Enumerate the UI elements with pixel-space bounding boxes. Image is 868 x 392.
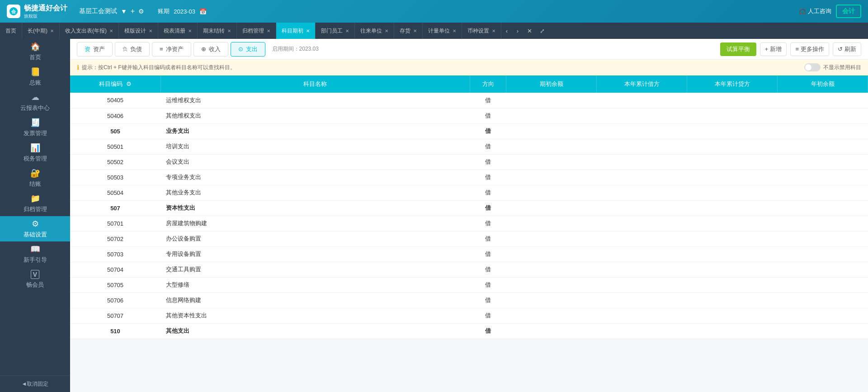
service-button[interactable]: 🎧 人工咨询: [799, 7, 831, 15]
top-header: 会 畅捷通好会计 旗舰版 基层工会测试 ▼ + ⚙ 账期 2023-03 📅 🎧…: [0, 0, 868, 23]
refresh-button[interactable]: ↺ 刷新: [833, 43, 861, 56]
calendar-icon[interactable]: 📅: [199, 8, 207, 15]
refresh-icon: ↺: [838, 46, 843, 52]
cell-year-balance: [778, 293, 868, 308]
tab-unit[interactable]: 计量单位 ✕: [423, 23, 462, 39]
sidebar-item-archive[interactable]: 📁 归档管理: [0, 191, 70, 216]
sidebar-item-guide[interactable]: 📖 新手引导: [0, 241, 70, 267]
sidebar-item-settings[interactable]: ⚙ 基础设置: [0, 216, 70, 241]
tab-dept-close[interactable]: ✕: [345, 28, 349, 33]
table-header-row: 科目编码 ⚙ 科目名称 方向 期初余额 本年累计借方 本年累计贷方 年初余额: [70, 76, 868, 93]
sidebar-label-reports: 云报表中心: [20, 104, 50, 112]
tab-counterpart[interactable]: 往来单位 ✕: [355, 23, 394, 39]
cell-code: 50501: [70, 139, 160, 154]
sub-tab-assets[interactable]: 资 资产: [77, 42, 113, 57]
sidebar: 🏠 首页 📒 总账 ☁ 云报表中心 🧾 发票管理 📊 税务管理 🔐 结账 📁 归…: [0, 39, 70, 392]
tab-subject-init-close[interactable]: ✕: [306, 28, 310, 33]
sidebar-label-invoice: 发票管理: [24, 129, 47, 137]
sidebar-item-home[interactable]: 🏠 首页: [0, 39, 70, 64]
sidebar-item-tax[interactable]: 📊 税务管理: [0, 140, 70, 165]
tab-subject-init[interactable]: 科目期初 ✕: [276, 23, 316, 39]
more-button[interactable]: ≡ 更多操作: [790, 43, 829, 56]
table-row: 50504 其他业务支出 借: [70, 185, 868, 200]
cell-year-balance: [778, 123, 868, 139]
cell-period-balance: [506, 170, 597, 185]
tab-dept-label: 部门员工: [321, 27, 343, 35]
cell-name: 会议支出: [160, 154, 470, 170]
tab-currency-close[interactable]: ✕: [492, 28, 495, 33]
tab-tax[interactable]: 税表清册 ✕: [158, 23, 198, 39]
sidebar-label-member: 畅会员: [26, 281, 44, 289]
sub-tab-income[interactable]: ⊕ 收入: [193, 42, 228, 57]
tab-dept[interactable]: 部门员工 ✕: [316, 23, 355, 39]
sidebar-item-close[interactable]: 🔐 结账: [0, 165, 70, 191]
cell-year-debit: [597, 246, 687, 262]
tab-archive[interactable]: 归档管理 ✕: [237, 23, 276, 39]
sidebar-item-invoice[interactable]: 🧾 发票管理: [0, 115, 70, 140]
company-name: 基层工会测试: [79, 7, 117, 15]
tab-bar-close-btn[interactable]: ✕: [523, 23, 536, 39]
account-button[interactable]: 会计: [836, 5, 861, 18]
cell-code: 507: [70, 200, 160, 216]
cell-year-balance: [778, 231, 868, 246]
tab-archive-close[interactable]: ✕: [267, 28, 270, 33]
add-company-icon[interactable]: +: [131, 7, 135, 15]
cell-year-debit: [597, 231, 687, 246]
tab-template-close[interactable]: ✕: [149, 28, 152, 33]
cell-direction: 借: [470, 277, 506, 293]
tab-unit-close[interactable]: ✕: [453, 28, 456, 33]
cell-name: 信息网络购建: [160, 293, 470, 308]
tab-period-end-close[interactable]: ✕: [227, 28, 231, 33]
cell-year-credit: [687, 123, 778, 139]
cell-name: 业务支出: [160, 123, 470, 139]
balance-button[interactable]: 试算平衡: [720, 43, 756, 56]
tab-template[interactable]: 模版设计 ✕: [119, 23, 158, 39]
sub-tab-liabilities[interactable]: 负 负债: [115, 42, 150, 57]
cell-direction: 借: [470, 262, 506, 277]
cell-year-debit: [597, 170, 687, 185]
invoice-icon: 🧾: [30, 118, 40, 128]
toggle-switch[interactable]: [804, 63, 821, 71]
tab-trial-close[interactable]: ✕: [50, 28, 54, 33]
tab-next-btn[interactable]: ›: [512, 23, 523, 39]
sidebar-item-member[interactable]: V 畅会员: [0, 267, 70, 292]
cell-year-credit: [687, 93, 778, 108]
table-row: 505 业务支出 借: [70, 123, 868, 139]
tab-home[interactable]: 首页: [0, 23, 22, 39]
col-settings-icon[interactable]: ⚙: [126, 80, 132, 87]
tab-expand-btn[interactable]: ⤢: [536, 23, 548, 39]
cell-year-debit: [597, 154, 687, 170]
tab-stock[interactable]: 存货 ✕: [394, 23, 423, 39]
home-icon: 🏠: [30, 42, 40, 52]
tab-currency[interactable]: 币种设置 ✕: [462, 23, 501, 39]
period-label: 账期: [158, 7, 170, 15]
tab-trial[interactable]: 长(中期) ✕: [22, 23, 60, 39]
cell-name: 办公设备购置: [160, 231, 470, 246]
cell-direction: 借: [470, 154, 506, 170]
collapse-button[interactable]: ◄取消固定: [0, 376, 70, 392]
tab-period-end[interactable]: 期末结转 ✕: [198, 23, 237, 39]
sub-tab-bar: 资 资产 负 负债 ≡ 净资产 ⊕ 收入 ⊙ 支出 启用期间：2023.03 试…: [70, 39, 868, 60]
settings-icon[interactable]: ⚙: [138, 8, 144, 15]
cell-year-credit: [687, 293, 778, 308]
sidebar-label-tax: 税务管理: [24, 155, 47, 163]
cell-direction: 借: [470, 231, 506, 246]
tab-tax-close[interactable]: ✕: [188, 28, 192, 33]
dropdown-icon[interactable]: ▼: [121, 8, 127, 15]
tab-income[interactable]: 收入支出表(年报) ✕: [60, 23, 119, 39]
sidebar-item-reports[interactable]: ☁ 云报表中心: [0, 90, 70, 115]
sidebar-item-ledger[interactable]: 📒 总账: [0, 64, 70, 90]
sub-tab-net-assets[interactable]: ≡ 净资产: [152, 42, 191, 57]
tab-income-close[interactable]: ✕: [109, 28, 113, 33]
tab-stock-close[interactable]: ✕: [413, 28, 417, 33]
period-info: 账期 2023-03 📅: [158, 7, 207, 15]
tab-prev-btn[interactable]: ‹: [501, 23, 512, 39]
logo-sub: 旗舰版: [24, 13, 67, 19]
tip-bar: ℹ 提示：按Ctrl + F键并输入科目编码或者科目名称可以查找科目。 不显示禁…: [70, 60, 868, 76]
cell-year-debit: [597, 139, 687, 154]
add-button[interactable]: + 新增: [760, 43, 787, 56]
company-selector[interactable]: 基层工会测试 ▼ + ⚙: [79, 7, 144, 15]
more-label: 更多操作: [801, 45, 824, 53]
tab-counterpart-close[interactable]: ✕: [385, 28, 388, 33]
sub-tab-expenditure[interactable]: ⊙ 支出: [231, 42, 265, 57]
